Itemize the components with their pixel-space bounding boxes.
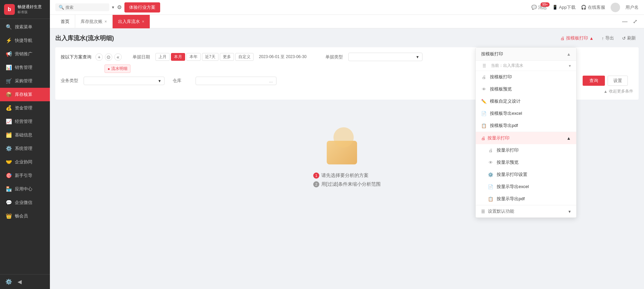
filter-tag-active[interactable]: ● 流水明细 [105,64,130,73]
tab-batch-account-close[interactable]: × [105,19,107,24]
wechat-icon: 💬 [5,199,12,206]
business-type-label: 业务类型 [61,78,81,84]
dropdown-template-pdf[interactable]: 📋 按模板导出pdf [476,120,576,132]
tab-maximize-icon[interactable]: ⤢ [632,17,639,26]
display-section-header[interactable]: 🖨 按显示打印 ▲ [476,132,576,144]
member-icon: 👑 [5,213,12,219]
dropdown-display-print-settings[interactable]: ⚙️ 按显示打印设置 [476,168,576,181]
display-print-settings-label: 按显示打印设置 [497,172,527,178]
sidebar-item-app-center[interactable]: 🏪 应用中心 [0,182,50,196]
date-btn-custom[interactable]: 自定义 [235,53,254,61]
settings-gear-icon[interactable]: ⚙ [117,4,122,10]
display-excel-icon: 📄 [488,184,493,189]
sidebar-item-sales[interactable]: 📊 销售管理 [0,61,50,74]
date-btn-this-month[interactable]: 本月 [171,53,185,61]
date-btn-7days[interactable]: 近7天 [202,53,218,61]
industry-btn[interactable]: 体验行业方案 [124,2,160,12]
footer-arrow: ▾ [568,209,571,214]
collapse-arrow-icon: ▲ [604,89,608,94]
filter-settings-btn[interactable]: ⊙ [105,53,112,61]
query-button[interactable]: 查询 [583,76,605,86]
business-type-field: 业务类型 ▾ [61,77,165,85]
tab-minimize-icon[interactable]: — [621,17,629,26]
dropdown-template-preview[interactable]: 👁 按模板预览 [476,83,576,95]
doc-type-select[interactable]: ▾ [348,53,422,61]
sidebar-nav: 🔍 搜索菜单 ⚡ 快捷导航 📢 营销推广 📊 销售管理 🛒 采购管理 📦 [0,19,50,274]
settings-icon[interactable]: ⚙️ [5,279,12,285]
dropdown-display-print[interactable]: 🖨 按显示打印 [476,144,576,156]
sidebar-item-system[interactable]: ⚙️ 系统管理 [0,142,50,155]
refresh-icon: ↺ [622,36,626,41]
basic-icon: 🗂️ [5,132,12,138]
template-custom-label: 模板自定义设计 [490,98,521,104]
chevron-up-icon: ▲ [589,36,594,41]
dropdown-display-excel[interactable]: 📄 按显示导出excel [476,181,576,193]
refresh-btn[interactable]: ↺ 刷新 [619,34,639,43]
dropdown-template-print[interactable]: 🖨 按模板打印 [476,71,576,83]
tab-home[interactable]: 首页 [55,15,75,28]
add-filter-btn[interactable]: + [95,53,103,61]
logo-name: 畅捷通好生意 [18,4,42,10]
display-preview-label: 按显示预览 [497,159,519,165]
display-excel-label: 按显示导出excel [497,184,529,190]
collapse-more-btn[interactable]: ▲ 收起更多条件 [604,88,633,94]
dropdown-current-arrow: ▾ [569,63,571,68]
step2-text: 用[过滤]条件来缩小分析范围 [321,181,381,187]
sidebar-item-guide[interactable]: 🎯 新手引导 [0,169,50,182]
dropdown-header-arrow: ▲ [566,52,571,57]
display-section-arrow: ▲ [566,136,571,141]
app-download-item[interactable]: 📱 App下载 [552,4,576,10]
dropdown-header: 按模板打印 ▲ [476,48,576,61]
message-item[interactable]: 💬 消息 99+ [531,4,547,10]
sidebar-item-operation[interactable]: 📈 经营管理 [0,115,50,128]
warehouse-select[interactable]: ... [196,77,276,85]
customer-service-item[interactable]: 🎧 在线客服 [581,4,605,10]
warehouse-more-btn[interactable]: ... [269,78,273,83]
sidebar-item-basic[interactable]: 🗂️ 基础信息 [0,128,50,142]
print-dropdown-panel: 按模板打印 ▲ ☰ 当前：出入库流水 ▾ 🖨 按模板打印 👁 按 [475,47,577,218]
business-type-select[interactable]: ▾ [84,77,165,85]
display-eye-icon: 👁 [488,160,493,165]
logo-badge: 标准版 [18,10,42,15]
collapse-filter-btn[interactable]: « [114,53,122,61]
collapse-icon[interactable]: ◀ [18,279,22,285]
tab-batch-account[interactable]: 库存批次账 × [75,15,113,28]
date-btn-this-year[interactable]: 本年 [186,53,201,61]
sidebar-item-member[interactable]: 👑 畅会员 [0,209,50,223]
step1-number: 1 [313,173,319,179]
settings-button[interactable]: 设置 [608,76,628,86]
template-excel-label: 按模板导出excel [490,110,522,116]
sidebar-item-purchase[interactable]: 🛒 采购管理 [0,74,50,88]
dropdown-display-preview[interactable]: 👁 按显示预览 [476,156,576,168]
date-btn-last-month[interactable]: 上月 [155,53,170,61]
print-template-btn[interactable]: 🖨 按模板打印 ▲ [558,34,596,43]
sidebar-item-marketing[interactable]: 📢 营销推广 [0,47,50,61]
date-btn-more[interactable]: 更多 [220,53,234,61]
sidebar-item-collab[interactable]: 🤝 企业协同 [0,155,50,169]
inventory-icon: 📦 [5,91,12,98]
sidebar-item-label: 基础信息 [15,132,32,138]
sidebar-item-wechat[interactable]: 💬 企业微信 [0,196,50,209]
tab-stock-flow[interactable]: 出入库流水 × [113,15,150,28]
header-search-box[interactable]: 🔍 [55,3,109,11]
phone-icon: 📱 [552,5,558,10]
tab-stock-flow-close[interactable]: × [142,19,144,24]
sidebar-item-quick-nav[interactable]: ⚡ 快捷导航 [0,34,50,47]
dropdown-footer[interactable]: ☰ 设置默认功能 ▾ [476,205,576,217]
sales-icon: 📊 [5,64,12,71]
dropdown-display-pdf[interactable]: 📋 按显示导出pdf [476,193,576,205]
sidebar-item-finance[interactable]: 💰 资金管理 [0,101,50,115]
user-avatar[interactable] [611,3,620,12]
tabs-bar: 首页 库存批次账 × 出入库流水 × — ⤢ [50,15,644,28]
search-input[interactable] [65,5,106,10]
sidebar-item-search[interactable]: 🔍 搜索菜单 [0,20,50,34]
sidebar-item-inventory[interactable]: 📦 库存核算 [0,88,50,101]
export-btn[interactable]: ↑ 导出 [599,34,617,43]
sidebar: b 畅捷通好生意 标准版 🔍 搜索菜单 ⚡ 快捷导航 📢 营销推广 📊 销售管理 [0,0,50,289]
empty-text: 1 请先选择要分析的方案 2 用[过滤]条件来缩小分析范围 [313,171,381,189]
dropdown-arrow-icon[interactable]: ▾ [112,5,114,10]
dropdown-template-custom[interactable]: ✏️ 模板自定义设计 [476,95,576,107]
dropdown-template-excel[interactable]: 📄 按模板导出excel [476,107,576,120]
title-actions: 🖨 按模板打印 ▲ ↑ 导出 ↺ 刷新 [558,34,639,43]
filter-tag-icon: ● [108,67,110,71]
